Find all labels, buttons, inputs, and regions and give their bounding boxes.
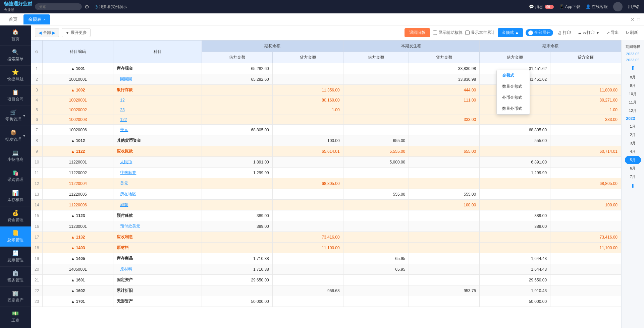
filter-all-btn[interactable]: ◀ 全部 ▶ (35, 28, 59, 37)
sidebar-item-invoice[interactable]: 🧾 发票管理 (0, 247, 31, 267)
account-code-cell[interactable]: ▲ 1122 (43, 146, 113, 157)
account-code-cell[interactable]: 11220006 (43, 200, 113, 210)
account-code-cell[interactable]: 11220001 (43, 157, 113, 168)
window-maximize-btn[interactable]: □ (637, 17, 640, 22)
export-btn[interactable]: ↗ 导出 (604, 28, 621, 37)
show-year-acc-label[interactable]: 显示本年累计 (465, 30, 495, 36)
cloud-print-btn[interactable]: ☁ 云打印 ▼ (576, 28, 602, 37)
dropdown-item-foreign-amount[interactable]: 外币金额式 (497, 92, 530, 103)
right-panel-month-6月[interactable]: 6月 (625, 164, 641, 173)
col-settings[interactable]: ⚙ (31, 41, 43, 63)
expand-more-btn[interactable]: ▼ 展开更多 (62, 28, 91, 37)
dropdown-item-qty-amount[interactable]: 数量金额式 (497, 81, 530, 92)
right-panel-month-2月[interactable]: 2月 (625, 131, 641, 139)
sidebar-item-tax[interactable]: 🏛️ 税务管理 (0, 267, 31, 287)
search-input[interactable] (35, 3, 82, 10)
account-name-cell[interactable]: 122 (113, 115, 202, 125)
right-panel-month-11月[interactable]: 11月 (625, 98, 641, 107)
right-panel-month-12月[interactable]: 12月 (625, 107, 641, 115)
print-btn[interactable]: 🖨 打印 (556, 28, 573, 37)
message-btn[interactable]: 💬 消息 99+ (529, 4, 554, 10)
dropdown-item-amount[interactable]: 金额式 (497, 70, 530, 81)
sidebar-item-ecommerce[interactable]: 💻 小畅电商 (0, 146, 31, 166)
account-code-cell[interactable]: 11220002 (43, 168, 113, 178)
show-aux-check-label[interactable]: 显示辅助核算 (433, 30, 463, 36)
account-name-cell[interactable]: 12 (113, 95, 202, 105)
account-code-cell[interactable]: 10020001 (43, 95, 113, 105)
account-code-cell[interactable]: ▲ 1403 (43, 243, 113, 253)
account-name-cell[interactable]: 库存商品 (113, 253, 202, 264)
account-code-cell[interactable]: 11220005 (43, 189, 113, 200)
toggle-all-expand[interactable]: 全部展开 (526, 29, 553, 36)
tab-balance[interactable]: 余额表 × (23, 14, 50, 24)
account-name-cell[interactable]: 23 (113, 105, 202, 115)
account-code-cell[interactable]: ▲ 1405 (43, 253, 113, 264)
return-old-btn[interactable]: 退回旧版 (405, 28, 430, 37)
account-name-cell[interactable]: 累计折旧 (113, 285, 202, 296)
nav-down-btn[interactable]: ⬇ (625, 182, 641, 191)
account-name-cell[interactable]: 美元 (113, 178, 202, 189)
account-name-cell[interactable]: 人民币 (113, 157, 202, 168)
online-service-btn[interactable]: 👤 在线客服 (586, 4, 608, 10)
account-name-cell[interactable]: 原材料 (113, 243, 202, 253)
sidebar-item-wholesale[interactable]: 📦 批发管理 ▼ (0, 126, 31, 146)
account-code-cell[interactable]: ▲ 1602 (43, 285, 113, 296)
account-name-cell[interactable]: 预付款美元 (113, 221, 202, 232)
account-name-cell[interactable]: 往来标签 (113, 168, 202, 178)
account-name-cell[interactable]: 银行存款 (113, 85, 202, 95)
account-code-cell[interactable]: 11220004 (43, 178, 113, 189)
account-code-cell[interactable]: 10020002 (43, 105, 113, 115)
sidebar-item-fixed-assets[interactable]: 🏢 固定资产 (0, 287, 31, 307)
account-code-cell[interactable]: 14050001 (43, 264, 113, 275)
right-panel-month-4月[interactable]: 4月 (625, 147, 641, 156)
account-name-cell[interactable]: 固定资产 (113, 275, 202, 285)
sidebar-item-purchase[interactable]: 🛍️ 采购管理 (0, 166, 31, 186)
demo-link[interactable]: ◷ 我要看实例演示 (95, 4, 127, 10)
account-code-cell[interactable]: 10020003 (43, 115, 113, 125)
tab-close-btn[interactable]: × (43, 17, 45, 21)
show-year-acc-checkbox[interactable] (465, 30, 470, 35)
right-panel-month-3月[interactable]: 3月 (625, 139, 641, 147)
account-code-cell[interactable]: ▲ 1701 (43, 296, 113, 307)
account-name-cell[interactable]: 游戏 (113, 200, 202, 210)
sidebar-item-salary[interactable]: 💵 工资 (0, 307, 31, 327)
account-code-cell[interactable]: ▲ 1601 (43, 275, 113, 285)
account-name-cell[interactable]: 美元 (113, 125, 202, 135)
account-code-cell[interactable]: ▲ 1001 (43, 63, 113, 74)
sidebar-item-inventory[interactable]: 📊 库存核算 (0, 186, 31, 206)
account-name-cell[interactable]: 应收账款 (113, 146, 202, 157)
dropdown-item-qty-foreign[interactable]: 数量外币式 (497, 103, 530, 114)
account-code-cell[interactable]: ▲ 1012 (43, 135, 113, 146)
app-download-btn[interactable]: 📱 App下载 (559, 4, 580, 10)
sidebar-item-home[interactable]: 🏠 首页 (0, 25, 31, 46)
sidebar-item-ledger[interactable]: 📒 总账管理 (0, 226, 31, 247)
right-panel-month-10月[interactable]: 10月 (625, 90, 641, 98)
show-aux-checkbox[interactable] (433, 30, 437, 35)
account-name-cell[interactable]: 库存现金 (113, 63, 202, 74)
account-code-cell[interactable]: ▲ 1123 (43, 210, 113, 221)
sidebar-item-search[interactable]: 🔍 搜索菜单 (0, 46, 31, 66)
account-code-cell[interactable]: 11230001 (43, 221, 113, 232)
account-name-cell[interactable]: 原材料 (113, 264, 202, 275)
account-code-cell[interactable]: 10020006 (43, 125, 113, 135)
right-panel-month-7月[interactable]: 7月 (625, 173, 641, 181)
window-close-btn[interactable]: ✕ (631, 17, 635, 22)
account-name-cell[interactable]: 所在地区 (113, 189, 202, 200)
sidebar-item-quick-nav[interactable]: ⭐ 快捷导航 (0, 66, 31, 86)
nav-up-btn[interactable]: ⬆ (625, 63, 641, 72)
account-name-cell[interactable]: 其他货币资金 (113, 135, 202, 146)
account-code-cell[interactable]: ▲ 1132 (43, 232, 113, 243)
settings-icon[interactable]: ⚙ (85, 4, 89, 10)
account-code-cell[interactable]: ▲ 1002 (43, 85, 113, 95)
account-name-cell[interactable]: 应收利息 (113, 232, 202, 243)
mode-btn[interactable]: 金额式 ▲ (498, 28, 523, 37)
right-panel-month-9月[interactable]: 9月 (625, 81, 641, 90)
right-panel-month-5月[interactable]: 5月 (625, 156, 641, 164)
user-avatar[interactable] (613, 2, 623, 11)
right-panel-month-1月[interactable]: 1月 (625, 122, 641, 131)
right-panel-month-8月[interactable]: 8月 (625, 73, 641, 81)
sidebar-item-retail[interactable]: 🛒 零售管理 ▼ (0, 106, 31, 126)
account-code-cell[interactable]: 10010001 (43, 74, 113, 85)
sidebar-item-project[interactable]: 📋 项目合同 (0, 86, 31, 106)
account-name-cell[interactable]: 无形资产 (113, 296, 202, 307)
